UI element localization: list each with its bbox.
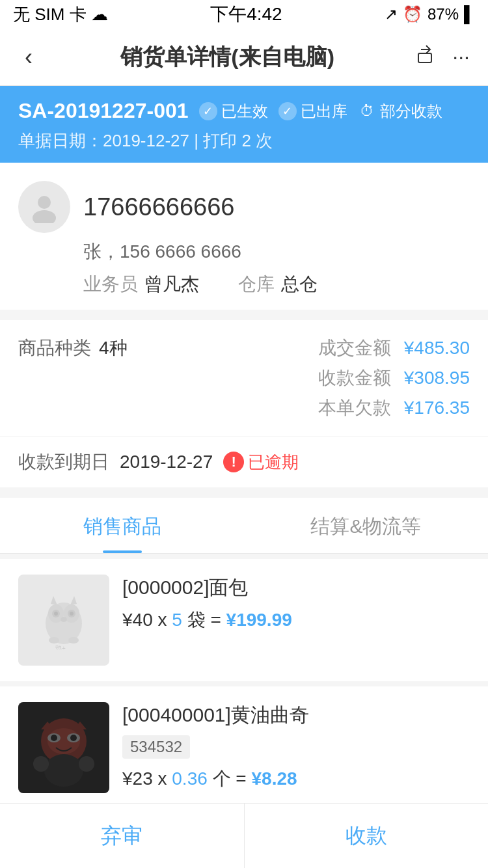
- customer-sub-info: 张，156 6666 6666: [83, 239, 470, 264]
- status-time: 下午4:42: [210, 2, 282, 27]
- check-effective-icon: ✓: [199, 102, 217, 120]
- svg-point-27: [33, 756, 49, 772]
- svg-point-3: [33, 210, 56, 223]
- due-date: 2019-12-27: [120, 452, 213, 472]
- more-icon[interactable]: ···: [452, 45, 470, 69]
- svg-point-10: [70, 612, 74, 616]
- deal-label: 成交金额: [318, 336, 391, 360]
- product-type-count: 4种: [99, 336, 128, 360]
- product-type-label: 商品种类: [18, 336, 91, 360]
- customer-phone: 17666666666: [83, 193, 234, 221]
- deal-amount: ¥485.30: [404, 338, 470, 359]
- product-price-1: ¥40 x 5 袋 = ¥199.99: [122, 608, 470, 632]
- tabs-row: 销售商品 结算&物流等: [0, 498, 488, 554]
- product-info-2: [000400001]黄油曲奇 534532 ¥23 x 0.36 个 = ¥8…: [122, 702, 470, 791]
- page-title: 销货单详情(来自电脑): [120, 42, 334, 72]
- svg-point-26: [44, 754, 83, 787]
- svg-point-23: [70, 735, 77, 741]
- status-left: 无 SIM 卡 ☁: [13, 3, 108, 26]
- overdue-text: 已逾期: [248, 451, 299, 474]
- divider-1: [0, 310, 488, 320]
- status-bar: 无 SIM 卡 ☁ 下午4:42 ↗ ⏰ 87% ▌: [0, 0, 488, 29]
- product-image-1: 鸮+: [18, 575, 109, 666]
- due-section: 收款到期日 2019-12-27 ! 已逾期: [0, 437, 488, 487]
- warehouse-name: 总仓: [281, 272, 318, 297]
- due-label: 收款到期日: [18, 450, 109, 474]
- svg-marker-12: [51, 596, 57, 605]
- avatar: [18, 181, 70, 233]
- location-icon: ↗: [385, 5, 398, 23]
- svg-point-2: [38, 196, 51, 209]
- status-effective: ✓ 已生效: [199, 101, 268, 122]
- order-id: SA-20191227-001: [18, 99, 189, 123]
- debt-label: 本单欠款: [318, 396, 391, 420]
- confirm-button[interactable]: 收款: [245, 804, 489, 868]
- warehouse-label: 仓库: [238, 272, 275, 297]
- order-date-row: 单据日期：2019-12-27 | 打印 2 次: [18, 129, 470, 152]
- battery-text: 87%: [427, 5, 459, 23]
- divider-2: [0, 487, 488, 493]
- order-header: SA-20191227-001 ✓ 已生效 ✓ 已出库 ⏱ 部分收款 单据日期：…: [0, 86, 488, 163]
- svg-point-14: [49, 637, 59, 644]
- svg-point-28: [79, 756, 94, 772]
- svg-rect-0: [418, 53, 431, 62]
- receipt-label: 收款金额: [318, 366, 391, 390]
- product-item: 鸮+ [0000002]面包 ¥40 x 5 袋 = ¥199.99: [0, 559, 488, 681]
- customer-section: 17666666666 张，156 6666 6666 业务员 曾凡杰 仓库 总…: [0, 163, 488, 310]
- cancel-button[interactable]: 弃审: [0, 804, 245, 868]
- status-right: ↗ ⏰ 87% ▌: [385, 5, 475, 23]
- svg-marker-13: [70, 596, 77, 605]
- tabs-section: 销售商品 结算&物流等: [0, 498, 488, 554]
- overdue-icon: !: [223, 452, 244, 472]
- overdue-badge: ! 已逾期: [223, 451, 299, 474]
- product-image-2: [18, 702, 109, 793]
- sales-name: 曾凡杰: [144, 272, 199, 297]
- product-info-1: [0000002]面包 ¥40 x 5 袋 = ¥199.99: [122, 575, 470, 632]
- status-partial: ⏱ 部分收款: [358, 101, 442, 122]
- svg-point-22: [51, 735, 57, 741]
- product-item: [000400001]黄油曲奇 534532 ¥23 x 0.36 个 = ¥8…: [0, 686, 488, 809]
- clock-icon: ⏱: [358, 102, 376, 120]
- battery-icon: ▌: [464, 5, 475, 23]
- check-delivered-icon: ✓: [278, 102, 297, 120]
- alarm-icon: ⏰: [403, 5, 422, 23]
- product-sku-2: 534532: [122, 735, 190, 759]
- nav-bar: ‹ 销货单详情(来自电脑) ···: [0, 29, 488, 86]
- product-price-2: ¥23 x 0.36 个 = ¥8.28: [122, 766, 470, 791]
- product-name-1: [0000002]面包: [122, 575, 470, 601]
- back-button[interactable]: ‹: [18, 37, 39, 77]
- svg-point-11: [61, 617, 67, 622]
- tab-sales-products[interactable]: 销售商品: [0, 498, 244, 553]
- svg-point-9: [54, 612, 58, 616]
- nav-actions: ···: [416, 44, 470, 70]
- customer-meta: 业务员 曾凡杰 仓库 总仓: [83, 272, 470, 297]
- status-delivered: ✓ 已出库: [278, 101, 347, 122]
- svg-text:鸮+: 鸮+: [55, 645, 66, 649]
- product-name-2: [000400001]黄油曲奇: [122, 702, 470, 729]
- svg-point-15: [68, 637, 79, 644]
- tab-settlement[interactable]: 结算&物流等: [244, 498, 488, 553]
- summary-section: 商品种类 4种 成交金额 ¥485.30 收款金额 ¥308.95 本单欠款 ¥…: [0, 320, 488, 436]
- sales-label: 业务员: [83, 272, 138, 297]
- share-icon[interactable]: [416, 44, 437, 70]
- receipt-amount: ¥308.95: [404, 368, 470, 388]
- bottom-bar: 弃审 收款: [0, 803, 488, 868]
- debt-amount: ¥176.35: [404, 398, 470, 418]
